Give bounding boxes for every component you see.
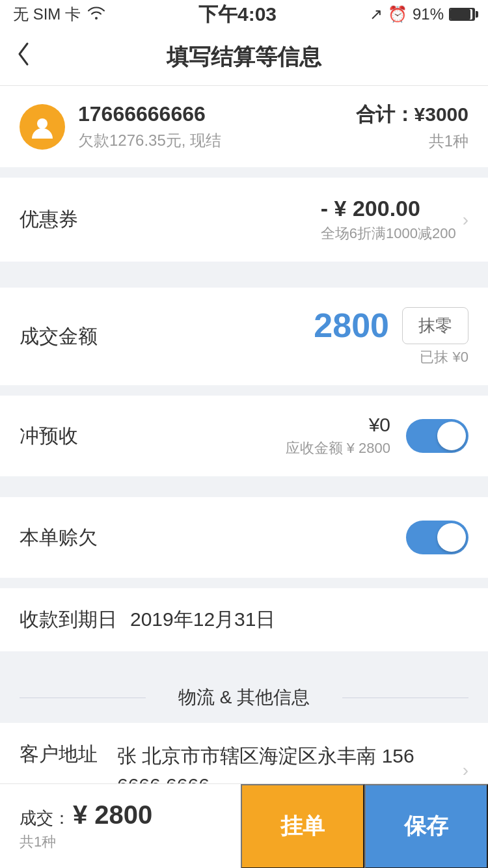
total-count: 共1种	[356, 131, 468, 152]
customer-left: 17666666666 欠款1276.35元, 现结	[20, 102, 221, 151]
divider-text: 物流 & 其他信息	[178, 685, 310, 710]
back-button[interactable]	[16, 41, 31, 73]
pending-button[interactable]: 挂单	[241, 784, 364, 869]
pre-collect-info: ¥0 应收金额 ¥ 2800	[286, 414, 390, 458]
coupon-row[interactable]: 优惠券 - ¥ 200.00 全场6折满1000减200 ›	[0, 178, 488, 262]
deal-amount-row: 成交金额 2800 抹零 已抹 ¥0	[0, 288, 488, 385]
pre-collect-row: 冲预收 ¥0 应收金额 ¥ 2800	[0, 396, 488, 476]
customer-card: 17666666666 欠款1276.35元, 现结 合计：¥3000 共1种	[0, 86, 488, 167]
deal-amount-right: 2800 抹零	[314, 306, 468, 345]
status-time: 下午4:03	[198, 1, 277, 28]
bottom-info: 成交： ¥ 2800 共1种	[0, 800, 241, 852]
pre-collect-section: 冲预收 ¥0 应收金额 ¥ 2800	[0, 396, 488, 476]
section-spacer-1	[0, 277, 488, 288]
debt-toggle[interactable]	[406, 521, 468, 554]
save-button[interactable]: 保存	[364, 784, 488, 869]
bottom-count: 共1种	[20, 832, 221, 852]
customer-info: 17666666666 欠款1276.35元, 现结	[78, 102, 221, 151]
coupon-info: - ¥ 200.00 全场6折满1000减200	[321, 196, 456, 243]
pre-collect-sub: 应收金额 ¥ 2800	[286, 439, 390, 458]
address-chevron-icon: ›	[463, 760, 468, 781]
divider-line: 物流 & 其他信息	[0, 685, 488, 710]
deal-amount-sub: 已抹 ¥0	[420, 347, 468, 367]
due-date-label: 收款到期日	[20, 606, 117, 633]
section-spacer-3	[0, 662, 488, 672]
pre-collect-label: 冲预收	[20, 423, 78, 450]
status-left: 无 SIM 卡	[13, 4, 105, 25]
location-icon: ↗	[370, 5, 383, 23]
no-sim-label: 无 SIM 卡	[13, 4, 81, 25]
customer-debt: 欠款1276.35元, 现结	[78, 130, 221, 151]
debt-row: 本单赊欠	[0, 497, 488, 578]
battery-label: 91%	[413, 5, 444, 23]
round-button[interactable]: 抹零	[402, 307, 468, 344]
debt-section: 本单赊欠	[0, 497, 488, 578]
coupon-discount: - ¥ 200.00	[321, 196, 456, 221]
bottom-bar: 成交： ¥ 2800 共1种 挂单 保存	[0, 783, 488, 868]
customer-phone: 17666666666	[78, 102, 221, 126]
debt-label: 本单赊欠	[20, 524, 98, 551]
nav-bar: 填写结算等信息	[0, 29, 488, 86]
total-amount: 合计：¥3000	[356, 102, 468, 128]
alarm-icon: ⏰	[388, 5, 407, 23]
deal-amount-label: 成交金额	[20, 323, 98, 350]
page-title: 填写结算等信息	[167, 42, 321, 72]
pre-collect-toggle[interactable]	[406, 419, 468, 453]
avatar	[20, 104, 65, 150]
pre-collect-amount: ¥0	[369, 414, 390, 436]
customer-total: 合计：¥3000 共1种	[356, 102, 468, 152]
svg-point-0	[37, 118, 47, 129]
bottom-amount: ¥ 2800	[73, 800, 152, 830]
bottom-deal-label: 成交：	[20, 807, 70, 830]
due-date-row: 收款到期日 2019年12月31日	[0, 588, 488, 651]
deal-amount-value: 2800	[314, 306, 389, 345]
due-date-value: 2019年12月31日	[130, 606, 275, 633]
battery-icon	[449, 8, 475, 21]
deal-amount-section: 成交金额 2800 抹零 已抹 ¥0	[0, 288, 488, 385]
chevron-right-icon: ›	[463, 210, 468, 230]
status-right: ↗ ⏰ 91%	[370, 5, 475, 23]
section-spacer-2	[0, 487, 488, 497]
status-bar: 无 SIM 卡 下午4:03 ↗ ⏰ 91%	[0, 0, 488, 29]
wifi-icon	[87, 5, 105, 23]
main-content: 17666666666 欠款1276.35元, 现结 合计：¥3000 共1种 …	[0, 86, 488, 868]
coupon-label: 优惠券	[20, 206, 78, 233]
coupon-desc: 全场6折满1000减200	[321, 224, 456, 243]
section-divider: 物流 & 其他信息	[0, 672, 488, 723]
address-label: 客户地址	[20, 741, 98, 768]
